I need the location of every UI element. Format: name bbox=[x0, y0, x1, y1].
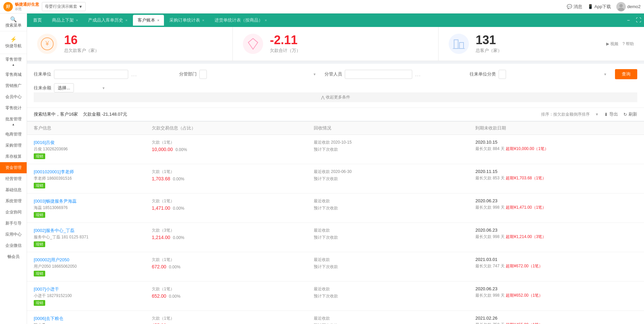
tab-import-stats[interactable]: 进货单统计表（按商品）× bbox=[210, 15, 272, 26]
sidebar-search[interactable]: 🔍 搜索菜单 bbox=[0, 13, 27, 31]
overdue-amount-link[interactable]: 超期¥652.00（1笔） bbox=[506, 293, 543, 298]
sidebar-item-finance[interactable]: 资金管理 bbox=[0, 162, 27, 173]
tabs-minimize-button[interactable]: － bbox=[624, 16, 633, 25]
filter-from-unit-input[interactable] bbox=[54, 70, 128, 79]
table-row: [0002]服务中心_丁磊 服务中心_丁磊 181 0125 8371 现销 欠… bbox=[27, 223, 644, 252]
help-button[interactable]: ? 帮助 bbox=[622, 41, 634, 47]
tab-close-icon[interactable]: × bbox=[265, 18, 267, 22]
quick-nav-item[interactable]: ⚡ 快捷导航 bbox=[0, 33, 27, 52]
video-button[interactable]: ▶ 视频 bbox=[606, 41, 618, 47]
debt-count: 欠款（1笔） bbox=[152, 169, 314, 175]
customer-name-link[interactable]: [0002]服务中心_丁磊 bbox=[34, 228, 75, 233]
message-button[interactable]: 💬 消息 bbox=[567, 4, 582, 10]
tab-purchase-order[interactable]: 采购订单统计表× bbox=[165, 15, 209, 26]
overdue-days: 最长欠款 750 天 超期¥455.90（1笔） bbox=[475, 322, 637, 324]
filter-unit-category: 往来单位分类 bbox=[470, 70, 610, 79]
tab-close-icon[interactable]: × bbox=[125, 18, 127, 22]
search-button[interactable]: 查询 bbox=[615, 69, 637, 79]
store-name: 母婴行业演示账套 bbox=[45, 4, 77, 9]
debt-count: 欠款（1笔） bbox=[152, 257, 314, 263]
debt-pct: 0.00% bbox=[173, 177, 185, 181]
sidebar-item-batch-mgmt[interactable]: 批发管理▲ bbox=[0, 114, 27, 129]
customer-name-link[interactable]: [0001020001]李老师 bbox=[34, 169, 74, 174]
sidebar-item-inventory[interactable]: 库存核算 bbox=[0, 151, 27, 162]
overdue-amount-link[interactable]: 超期¥1,471.00（1笔） bbox=[506, 205, 546, 210]
overdue-amount-link[interactable]: 超期¥10,000.00（1笔） bbox=[506, 146, 549, 151]
sidebar-item-app-center[interactable]: 应用中心 bbox=[0, 229, 27, 240]
export-button[interactable]: ⬇ 导出 bbox=[604, 111, 618, 117]
video-label: 视频 bbox=[610, 41, 618, 47]
store-selector[interactable]: 母婴行业演示账套 ▼ bbox=[42, 2, 86, 11]
debt-count: 欠款（1笔） bbox=[152, 198, 314, 204]
overdue-amount-link[interactable]: 超期¥1,214.00（3笔） bbox=[506, 234, 546, 239]
table-row: [0003]畅捷服务尹海蕊 海蕊 18513066976 现销 欠款（1笔） 1… bbox=[27, 194, 644, 223]
tab-home[interactable]: 首页 bbox=[28, 15, 47, 26]
debt-cell: 欠款（1笔） 455.90 0.00% bbox=[152, 316, 314, 324]
customer-name-link[interactable]: [0007]小迸干 bbox=[34, 287, 59, 292]
overdue-date: 2021.02.26 bbox=[475, 316, 637, 321]
export-icon: ⬇ bbox=[604, 112, 608, 117]
overdue-amount-link[interactable]: 超期¥672.00（1笔） bbox=[506, 264, 543, 268]
filter-balance-select[interactable]: 选择... bbox=[54, 83, 74, 92]
table-container: 客户信息 欠款交易信息（占比） 回收情况 到期未收款日期 [0016]吕俊 吕俊… bbox=[27, 121, 644, 324]
sidebar: 🔍 搜索菜单 ⚡ 快捷导航 零售管理▲零售商城营销推广会员中心零售统计批发管理▲… bbox=[0, 13, 27, 324]
sidebar-item-member-center[interactable]: 会员中心 bbox=[0, 91, 27, 102]
owed-amount: 652.00 0.00% bbox=[152, 292, 314, 299]
page-content: ¥ 16 总欠款客户（家） -2.11 bbox=[27, 27, 644, 324]
sidebar-item-retail-mgmt[interactable]: 零售管理▲ bbox=[0, 54, 27, 69]
app-download-button[interactable]: 📱 App下载 bbox=[588, 4, 611, 10]
user-menu[interactable]: demo2 bbox=[616, 2, 641, 11]
sidebar-item-retail-stats[interactable]: 零售统计 bbox=[0, 102, 27, 114]
tab-goods-updown[interactable]: 商品上下架× bbox=[47, 15, 83, 26]
debt-amount: 1,471.00 bbox=[152, 205, 170, 211]
due-date-cell: 2020.10.15 最长欠款 884 天 超期¥10,000.00（1笔） bbox=[475, 140, 637, 152]
filter-collapse-button[interactable]: ⋀ 收起更多条件 bbox=[34, 92, 637, 102]
tab-close-icon[interactable]: × bbox=[76, 18, 78, 22]
filter-category-select[interactable] bbox=[499, 70, 506, 79]
table-row: [0001020001]李老师 李老师 18600391516 现销 欠款（1笔… bbox=[27, 164, 644, 194]
debt-amount: 672.00 bbox=[152, 264, 166, 269]
refresh-button[interactable]: ↻ 刷新 bbox=[623, 111, 637, 117]
sidebar-item-vip-member[interactable]: 畅会员 bbox=[0, 251, 27, 262]
tab-close-icon[interactable]: × bbox=[157, 18, 159, 22]
customer-name-link[interactable]: [0003]畅捷服务尹海蕊 bbox=[34, 199, 77, 204]
customer-tag: 现销 bbox=[34, 271, 45, 276]
sidebar-item-label: 系统管理 bbox=[5, 198, 22, 204]
sidebar-item-marketing[interactable]: 营销推广 bbox=[0, 80, 27, 91]
sidebar-item-newbie[interactable]: 新手引导 bbox=[0, 218, 27, 229]
stat-card-overdue-customers: ¥ 16 总欠款客户（家） bbox=[27, 27, 233, 61]
sidebar-item-enterprise-collab[interactable]: 企业协同 bbox=[0, 207, 27, 218]
filter-dept-select[interactable] bbox=[199, 70, 207, 79]
tab-product-history[interactable]: 产成品入库单历史× bbox=[83, 15, 132, 26]
filter-row-1: 往来单位 … 分管部门 bbox=[34, 69, 637, 79]
last-collect: 最近收款 bbox=[314, 257, 476, 263]
from-unit-more-icon[interactable]: … bbox=[131, 71, 137, 78]
customer-name-link[interactable]: [000002]用户2050 bbox=[34, 257, 69, 262]
manager-more-icon[interactable]: … bbox=[415, 71, 421, 78]
customer-name-link[interactable]: [0006]去下粮仓 bbox=[34, 316, 63, 321]
sidebar-item-enterprise-wechat[interactable]: 企业微信 bbox=[0, 240, 27, 251]
overdue-days: 最长欠款 747 天 超期¥672.00（1笔） bbox=[475, 263, 637, 269]
overdue-amount-link[interactable]: 超期¥1,703.68（1笔） bbox=[506, 176, 546, 180]
sidebar-item-business[interactable]: 经营管理 bbox=[0, 173, 27, 184]
customer-cell: [0003]畅捷服务尹海蕊 海蕊 18513066976 现销 bbox=[34, 198, 152, 218]
customer-tag: 现销 bbox=[34, 212, 45, 218]
sidebar-item-system[interactable]: 系统管理 bbox=[0, 196, 27, 207]
tab-customer-account[interactable]: 客户账本× bbox=[133, 15, 164, 26]
stat-card-total-customers: 131 总客户（家） ▶ 视频 ? 帮助 bbox=[439, 27, 644, 61]
tabs-maximize-button[interactable]: ⛶ bbox=[635, 16, 643, 25]
sidebar-item-label: 会员中心 bbox=[5, 94, 22, 100]
sidebar-item-retail-mall[interactable]: 零售商城 bbox=[0, 69, 27, 80]
stat-card-overdue-amount: -2.11 欠款合计（万） bbox=[233, 27, 439, 61]
sidebar-item-basic-info[interactable]: 基础信息 bbox=[0, 184, 27, 196]
customer-name-link[interactable]: [0016]吕俊 bbox=[34, 140, 55, 145]
table-row: [0007]小迸干 小迸干 18279152100 现销 欠款（1笔） 652.… bbox=[27, 282, 644, 311]
sidebar-item-purchase[interactable]: 采购管理 bbox=[0, 140, 27, 151]
sidebar-item-ecommerce[interactable]: 电商管理 bbox=[0, 129, 27, 140]
debt-pct: 0.00% bbox=[173, 235, 185, 240]
tab-close-icon[interactable]: × bbox=[202, 18, 204, 22]
filter-manager-input[interactable] bbox=[345, 70, 412, 79]
logo-area: 好 畅捷通好生意 示范 bbox=[3, 2, 39, 11]
overdue-amount-link[interactable]: 超期¥455.90（1笔） bbox=[506, 322, 543, 324]
debt-pct: 0.00% bbox=[173, 206, 185, 211]
